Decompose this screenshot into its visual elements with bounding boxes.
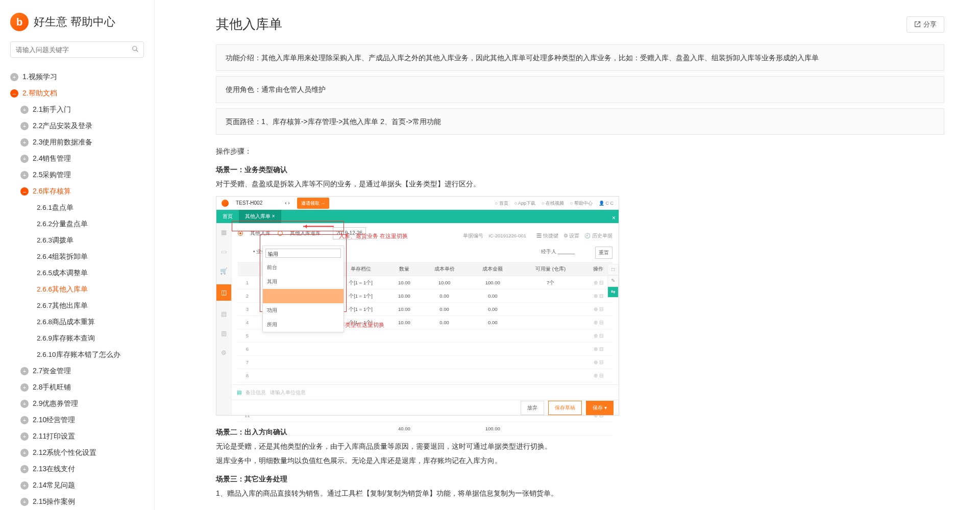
search-box <box>10 41 144 58</box>
expand-icon: + <box>20 171 29 179</box>
shot-tab-home: 首页 <box>216 210 239 223</box>
nav-item[interactable]: 2.6.4组装拆卸单 <box>10 249 144 265</box>
nav-item[interactable]: 2.6.3调拨单 <box>10 232 144 249</box>
shot-account: TEST-H002 <box>236 198 262 208</box>
nav-item-label: 2.12系统个性化设置 <box>33 448 96 457</box>
nav-list: +1.视频学习–2.帮助文档+2.1新手入门+2.2产品安装及登录+2.3使用前… <box>10 69 144 510</box>
expand-icon: + <box>20 106 29 114</box>
nav-item[interactable]: +1.视频学习 <box>10 69 144 85</box>
expand-icon: + <box>20 155 29 163</box>
close-icon: × <box>612 212 616 224</box>
nav-item[interactable]: +2.8手机旺铺 <box>10 379 144 396</box>
nav-item[interactable]: +2.1新手入门 <box>10 102 144 118</box>
ql-1: 设置 <box>569 233 579 238</box>
memo-placeholder: 请输入单位信息 <box>270 387 306 398</box>
nav-item-label: 2.9优惠券管理 <box>33 399 78 408</box>
role-box: 使用角色：通常由仓管人员维护 <box>216 76 944 103</box>
nav-item-label: 2.6.2分量盘点单 <box>37 220 88 229</box>
nav-item[interactable]: 2.6.6其他入库单 <box>10 281 144 298</box>
file-icon: ▭ <box>221 246 227 258</box>
nav-item[interactable]: +2.9优惠券管理 <box>10 396 144 412</box>
brand: b 好生意 帮助中心 <box>10 13 144 31</box>
role-label: 使用角色： <box>226 85 261 93</box>
share-icon <box>914 21 921 28</box>
expand-icon: + <box>20 432 29 441</box>
nav-item[interactable]: 2.6.1盘点单 <box>10 200 144 216</box>
shot-logo-icon <box>222 200 229 207</box>
shot-tabs: 首页 其他入库单 × × <box>216 210 619 223</box>
nav-item-label: 2.6库存核算 <box>33 187 71 196</box>
nav-item[interactable]: +2.15操作案例 <box>10 494 144 510</box>
shot-invite-button: 邀请领取 → <box>297 198 330 209</box>
svg-line-1 <box>136 50 138 52</box>
expand-icon: + <box>20 138 29 147</box>
scene1-title: 场景一：业务类型确认 <box>216 162 944 177</box>
memo-label: 备注信息 <box>246 387 266 398</box>
search-icon[interactable] <box>132 45 139 54</box>
ql-0: 快捷键 <box>543 233 558 238</box>
nav-item-label: 2.6.5成本调整单 <box>37 269 88 278</box>
btn-draft: 保存草稿 <box>548 401 582 415</box>
nav-item[interactable]: +2.4销售管理 <box>10 151 144 167</box>
gear-icon: ⚙ <box>221 347 227 359</box>
collapse-icon: – <box>20 187 29 196</box>
content: 操作步骤： 场景一：业务类型确认 对于受赠、盘盈或是拆装入库等不同的业务，是通过… <box>216 144 944 500</box>
nav-item[interactable]: +2.5采购管理 <box>10 167 144 183</box>
nav-item-label: 2.7资金管理 <box>33 367 71 376</box>
screenshot-figure: TEST-H002 ‹ › 邀请领取 → ○ 首页○ App下载○ 在线视频○ … <box>216 196 619 416</box>
intro-box: 功能介绍：其他入库单用来处理除采购入库、产成品入库之外的其他入库业务，因此其他入… <box>216 44 944 71</box>
scene1-text: 对于受赠、盘盈或是拆装入库等不同的业务，是通过单据头【业务类型】进行区分。 <box>216 177 944 191</box>
nav-item-label: 2.6.10库存账本错了怎么办 <box>37 350 120 359</box>
sidebar: b 好生意 帮助中心 +1.视频学习–2.帮助文档+2.1新手入门+2.2产品安… <box>0 0 155 510</box>
nav-item[interactable]: –2.帮助文档 <box>10 85 144 102</box>
nav-item-label: 2.14常见问题 <box>33 481 75 490</box>
annotation-arrow-1 <box>303 226 334 227</box>
dropdown-input: 输用 <box>265 249 341 258</box>
share-button[interactable]: 分享 <box>906 16 944 33</box>
nav-item-label: 2.3使用前数据准备 <box>33 138 92 147</box>
nav-item-label: 2.1新手入门 <box>33 105 71 114</box>
path-box: 页面路径：1、库存核算->库存管理->其他入库单 2、首页->常用功能 <box>216 108 944 135</box>
shot-docno: IC-20191226-001 <box>488 231 526 240</box>
expand-icon: + <box>20 498 29 506</box>
nav-item[interactable]: –2.6库存核算 <box>10 183 144 200</box>
nav-item-label: 2.6.3调拨单 <box>37 236 74 245</box>
intro-label: 功能介绍： <box>226 54 261 62</box>
grid-icon: ▦ <box>221 226 227 238</box>
nav-item[interactable]: 2.6.5成本调整单 <box>10 265 144 281</box>
scene2-text2: 退库业务中，明细数量均以负值红色展示。无论是入库还是退库，库存账均记在入库方向。 <box>216 453 944 468</box>
share-label: 分享 <box>923 20 937 29</box>
nav-item[interactable]: +2.14常见问题 <box>10 477 144 494</box>
expand-icon: + <box>20 465 29 473</box>
nav-item[interactable]: 2.6.2分量盘点单 <box>10 216 144 232</box>
nav-item[interactable]: 2.6.8商品成本重算 <box>10 314 144 330</box>
expand-icon: + <box>20 367 29 375</box>
nav-item[interactable]: 2.6.7其他出库单 <box>10 298 144 314</box>
page-title: 其他入库单 <box>216 15 282 33</box>
steps-label: 操作步骤： <box>216 144 944 158</box>
nav-item[interactable]: +2.12系统个性化设置 <box>10 445 144 461</box>
chart-icon: ▥ <box>221 327 227 339</box>
btn-discard: 放弃 <box>521 401 544 415</box>
scene2-text1: 无论是受赠，还是其他类型的业务，由于入库商品质量等原因，需要退回，这时可通过单据… <box>216 439 944 453</box>
nav-item[interactable]: +2.13在线支付 <box>10 461 144 477</box>
main: 其他入库单 分享 功能介绍：其他入库单用来处理除采购入库、产成品入库之外的其他入… <box>155 0 980 510</box>
nav-item[interactable]: 2.6.10库存账本错了怎么办 <box>10 347 144 363</box>
nav-item[interactable]: +2.10经营管理 <box>10 412 144 428</box>
brand-name: 好生意 帮助中心 <box>34 14 115 30</box>
nav-item[interactable]: 2.6.9库存账本查询 <box>10 330 144 347</box>
search-input[interactable] <box>10 41 144 58</box>
nav-item[interactable]: +2.2产品安装及登录 <box>10 118 144 134</box>
nav-item-label: 2.帮助文档 <box>22 89 57 98</box>
path-label: 页面路径： <box>226 117 261 126</box>
nav-item[interactable]: +2.7资金管理 <box>10 363 144 379</box>
radio-return-icon <box>278 231 283 236</box>
nav-item-label: 1.视频学习 <box>22 72 57 82</box>
role-text: 通常由仓管人员维护 <box>261 85 326 93</box>
btn-save: 保存 ▾ <box>586 401 614 415</box>
nav-item[interactable]: +2.3使用前数据准备 <box>10 134 144 151</box>
expand-icon: + <box>20 449 29 457</box>
radio-in-icon <box>238 231 243 236</box>
logo-icon: b <box>10 13 29 31</box>
nav-item[interactable]: +2.11打印设置 <box>10 428 144 445</box>
